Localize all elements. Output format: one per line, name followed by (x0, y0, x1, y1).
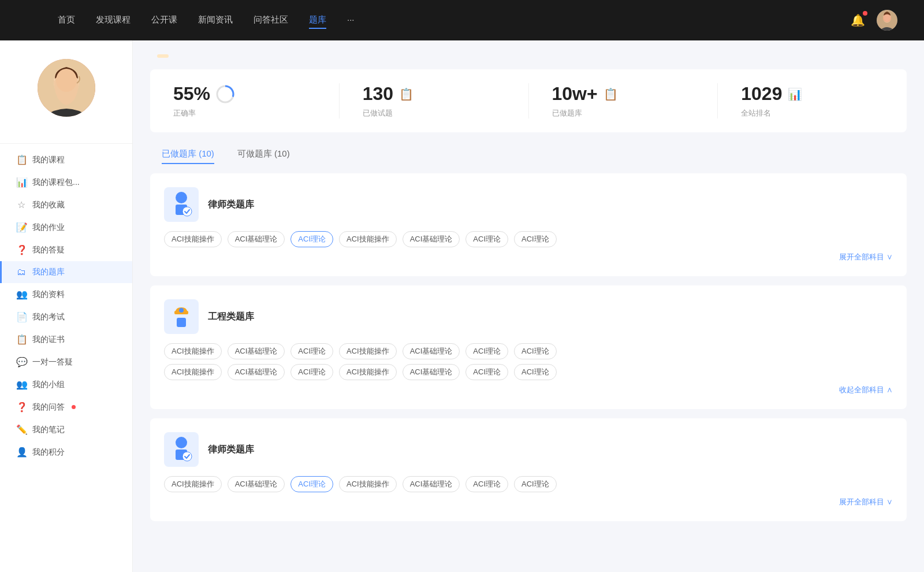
tab-1[interactable]: 可做题库 (10) (226, 144, 301, 164)
collapse-link-2[interactable]: 收起全部科目 ∧ (164, 385, 893, 395)
sidebar-item-9[interactable]: 💬 一对一答疑 (0, 351, 132, 373)
tag-1-1[interactable]: ACI基础理论 (228, 231, 285, 247)
tag-3-1[interactable]: ACI基础理论 (228, 476, 285, 492)
sidebar: 📋 我的课程 📊 我的课程包... ☆ 我的收藏 📝 我的作业 ❓ 我的答疑 🗂… (0, 40, 133, 572)
tag-1-2[interactable]: ACI理论 (290, 231, 333, 247)
tag-1-6[interactable]: ACI理论 (514, 231, 557, 247)
sidebar-item-12[interactable]: ✏️ 我的笔记 (0, 418, 132, 441)
card-icon-1 (164, 187, 199, 222)
tag-1-0[interactable]: ACI技能操作 (164, 231, 222, 247)
tag-r1-2-4[interactable]: ACI基础理论 (403, 343, 460, 359)
sidebar-icon-5: 🗂 (16, 267, 27, 277)
tag-3-5[interactable]: ACI理论 (465, 476, 508, 492)
cards-container: 律师类题库 ACI技能操作ACI基础理论ACI理论ACI技能操作ACI基础理论A… (150, 173, 907, 521)
sidebar-icon-12: ✏️ (16, 424, 27, 435)
stat-done-questions: 130 📋 已做试题 (340, 83, 529, 118)
bar-chart-icon: 📊 (788, 87, 802, 101)
card-icon-3 (164, 432, 199, 467)
sidebar-item-13[interactable]: 👤 我的积分 (0, 441, 132, 463)
sidebar-item-5[interactable]: 🗂 我的题库 (0, 261, 132, 283)
tag-3-4[interactable]: ACI基础理论 (403, 476, 460, 492)
user-avatar-dropdown[interactable] (877, 10, 901, 31)
sidebar-item-1[interactable]: 📊 我的课程包... (0, 171, 132, 194)
page-header (150, 54, 907, 58)
sidebar-item-11[interactable]: ❓ 我的问答 (0, 396, 132, 418)
sidebar-icon-9: 💬 (16, 356, 27, 367)
list-orange-icon: 📋 (603, 87, 618, 101)
card-header-3: 律师类题库 (164, 432, 893, 467)
tag-r2-2-0[interactable]: ACI技能操作 (164, 364, 222, 380)
stat-done-sets-value: 10w+ (552, 83, 598, 105)
sidebar-label-4: 我的答疑 (32, 245, 65, 255)
sidebar-item-2[interactable]: ☆ 我的收藏 (0, 194, 132, 216)
navbar-item-新闻资讯[interactable]: 新闻资讯 (198, 12, 233, 29)
tag-r2-2-5[interactable]: ACI理论 (465, 364, 508, 380)
tag-r2-2-2[interactable]: ACI理论 (290, 364, 333, 380)
expand-link-3[interactable]: 展开全部科目 ∨ (164, 497, 893, 507)
profile-section (0, 40, 132, 139)
sidebar-item-4[interactable]: ❓ 我的答疑 (0, 239, 132, 261)
sidebar-item-7[interactable]: 📄 我的考试 (0, 306, 132, 328)
trial-badge (157, 54, 169, 58)
navbar-item-题库[interactable]: 题库 (309, 12, 326, 29)
svg-point-14 (179, 308, 184, 313)
tag-r1-2-6[interactable]: ACI理论 (514, 343, 557, 359)
sidebar-item-0[interactable]: 📋 我的课程 (0, 148, 132, 171)
tag-3-3[interactable]: ACI技能操作 (339, 476, 397, 492)
sidebar-item-10[interactable]: 👥 我的小组 (0, 373, 132, 396)
tag-1-5[interactable]: ACI理论 (465, 231, 508, 247)
notification-bell[interactable]: 🔔 (851, 13, 865, 27)
sidebar-label-7: 我的考试 (32, 312, 65, 322)
sidebar-icon-3: 📝 (16, 222, 27, 233)
sidebar-item-8[interactable]: 📋 我的证书 (0, 328, 132, 351)
sidebar-icon-13: 👤 (16, 447, 27, 458)
sidebar-icon-7: 📄 (16, 311, 27, 322)
stat-done-questions-value: 130 (363, 83, 393, 105)
sidebar-item-3[interactable]: 📝 我的作业 (0, 216, 132, 239)
tag-r2-2-3[interactable]: ACI技能操作 (339, 364, 397, 380)
tag-r1-2-2[interactable]: ACI理论 (290, 343, 333, 359)
card-header-1: 律师类题库 (164, 187, 893, 222)
sidebar-icon-11: ❓ (16, 402, 27, 413)
navbar-item-首页[interactable]: 首页 (58, 12, 75, 29)
sidebar-item-6[interactable]: 👥 我的资料 (0, 283, 132, 306)
tags-row1-2: ACI技能操作ACI基础理论ACI理论ACI技能操作ACI基础理论ACI理论AC… (164, 343, 893, 359)
tag-r2-2-4[interactable]: ACI基础理论 (403, 364, 460, 380)
tag-r1-2-0[interactable]: ACI技能操作 (164, 343, 222, 359)
question-card-1: 律师类题库 ACI技能操作ACI基础理论ACI理论ACI技能操作ACI基础理论A… (150, 173, 907, 276)
tab-0[interactable]: 已做题库 (10) (150, 144, 226, 164)
tag-r1-2-3[interactable]: ACI技能操作 (339, 343, 397, 359)
tag-3-6[interactable]: ACI理论 (514, 476, 557, 492)
navbar-item-问答社区[interactable]: 问答社区 (254, 12, 288, 29)
navbar-item-公开课[interactable]: 公开课 (151, 12, 177, 29)
sidebar-icon-0: 📋 (16, 154, 27, 165)
notification-badge (863, 11, 867, 16)
navbar: 首页发现课程公开课新闻资讯问答社区题库··· 🔔 (0, 0, 924, 40)
svg-point-7 (56, 69, 77, 92)
tag-1-3[interactable]: ACI技能操作 (339, 231, 397, 247)
notification-dot (72, 405, 76, 409)
navbar-right: 🔔 (839, 10, 901, 31)
bell-icon: 🔔 (851, 14, 865, 27)
stat-rank: 1029 📊 全站排名 (718, 83, 907, 118)
sidebar-icon-6: 👥 (16, 289, 27, 300)
sidebar-icon-8: 📋 (16, 334, 27, 345)
main-wrapper: 📋 我的课程 📊 我的课程包... ☆ 我的收藏 📝 我的作业 ❓ 我的答疑 🗂… (0, 40, 924, 572)
sidebar-label-0: 我的课程 (32, 155, 65, 165)
sidebar-icon-1: 📊 (16, 177, 27, 188)
tag-3-0[interactable]: ACI技能操作 (164, 476, 222, 492)
sidebar-label-8: 我的证书 (32, 335, 65, 345)
svg-point-16 (176, 437, 187, 448)
card-title-1: 律师类题库 (208, 199, 254, 211)
navbar-item-发现课程[interactable]: 发现课程 (96, 12, 131, 29)
navbar-item-···[interactable]: ··· (347, 12, 355, 29)
tag-r2-2-1[interactable]: ACI基础理论 (228, 364, 285, 380)
tag-3-2[interactable]: ACI理论 (290, 476, 333, 492)
tag-r2-2-6[interactable]: ACI理论 (514, 364, 557, 380)
tag-r1-2-5[interactable]: ACI理论 (465, 343, 508, 359)
expand-link-1[interactable]: 展开全部科目 ∨ (164, 252, 893, 262)
svg-rect-15 (177, 318, 186, 327)
nav-menu: 首页发现课程公开课新闻资讯问答社区题库··· (58, 12, 839, 29)
tag-r1-2-1[interactable]: ACI基础理论 (228, 343, 285, 359)
tag-1-4[interactable]: ACI基础理论 (403, 231, 460, 247)
